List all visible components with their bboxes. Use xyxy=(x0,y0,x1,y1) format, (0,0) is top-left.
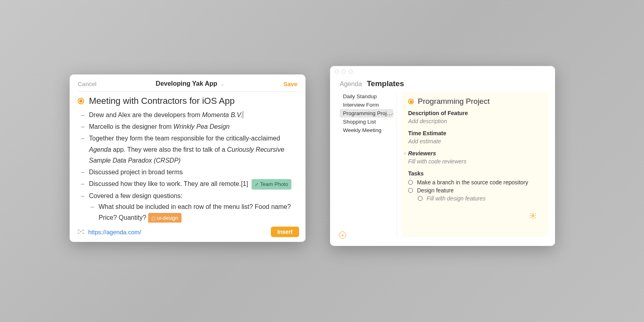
link-icon xyxy=(78,230,84,234)
status-dot-icon[interactable] xyxy=(78,98,84,104)
checkbox-icon[interactable] xyxy=(408,180,413,185)
bullet-item[interactable]: Together they form the team responsible … xyxy=(79,133,296,166)
editor-footer: https://agenda.com/ Insert xyxy=(70,223,305,242)
task-item[interactable]: Design feature xyxy=(408,186,542,194)
section-heading[interactable]: Reviewers xyxy=(408,150,542,157)
templates-main: Daily Standup Interview Form Programming… xyxy=(330,92,555,237)
template-heading-row: Programming Project xyxy=(408,97,542,106)
link-url: https://agenda.com/ xyxy=(88,229,141,235)
section-description: Description of Feature Add description xyxy=(408,110,542,124)
attachment-chip[interactable]: ⤢Team Photo xyxy=(252,179,291,190)
chevron-down-icon: ⌄ xyxy=(221,81,224,87)
template-item-selected[interactable]: Programming Proj…••• xyxy=(340,109,393,118)
template-item[interactable]: Weekly Meeting xyxy=(340,126,393,134)
add-template-button[interactable]: + xyxy=(339,231,346,239)
bullet-item[interactable]: Drew and Alex are the developers from Mo… xyxy=(79,109,296,120)
template-item[interactable]: Interview Form xyxy=(340,101,393,109)
template-item[interactable]: Shopping List xyxy=(340,118,393,126)
project-dropdown[interactable]: Developing Yak App ⌄ xyxy=(156,80,224,87)
task-item[interactable]: Fill with design features xyxy=(408,194,542,202)
bullet-item[interactable]: What should be included in each row of t… xyxy=(89,201,296,223)
tab-bar: Agenda Templates xyxy=(330,74,555,92)
cancel-button[interactable]: Cancel xyxy=(78,80,97,87)
template-title[interactable]: Programming Project xyxy=(418,97,489,106)
note-heading-row: Meeting with Contractors for iOS App xyxy=(70,92,305,109)
placeholder-text[interactable]: Add estimate xyxy=(408,138,542,144)
section-reviewers: Reviewers Fill with code reviewers xyxy=(408,150,542,165)
placeholder-text[interactable]: Fill with code reviewers xyxy=(408,158,542,165)
expand-icon: ⤢ xyxy=(255,181,258,188)
project-title: Developing Yak App xyxy=(156,80,217,87)
tag-chip[interactable]: ▢ui-design xyxy=(148,213,182,223)
tab-templates[interactable]: Templates xyxy=(367,79,404,88)
editor-toolbar: Cancel Developing Yak App ⌄ Save xyxy=(70,74,305,89)
save-button[interactable]: Save xyxy=(283,80,297,87)
tag-icon: ▢ xyxy=(151,215,155,222)
section-tasks: Tasks Make a branch in the source code r… xyxy=(408,170,542,202)
checkbox-icon[interactable] xyxy=(418,196,423,201)
status-dot-icon[interactable] xyxy=(408,99,414,104)
templates-window: Agenda Templates Daily Standup Interview… xyxy=(330,66,555,246)
insert-button[interactable]: Insert xyxy=(271,227,299,237)
template-preview: Programming Project Description of Featu… xyxy=(402,92,549,237)
more-icon[interactable]: ••• xyxy=(392,111,393,116)
window-controls xyxy=(330,66,555,74)
gear-icon[interactable] xyxy=(529,212,537,221)
tab-agenda[interactable]: Agenda xyxy=(340,80,362,88)
zoom-icon[interactable] xyxy=(349,70,353,74)
template-item[interactable]: Daily Standup xyxy=(340,92,393,101)
note-editor-window: Cancel Developing Yak App ⌄ Save Meeting… xyxy=(70,74,305,242)
templates-sidebar: Daily Standup Interview Form Programming… xyxy=(336,92,397,237)
task-item[interactable]: Make a branch in the source code reposit… xyxy=(408,178,542,186)
svg-point-0 xyxy=(532,215,534,217)
note-body[interactable]: Drew and Alex are the developers from Mo… xyxy=(70,109,305,226)
section-heading[interactable]: Time Estimate xyxy=(408,130,542,136)
section-heading[interactable]: Description of Feature xyxy=(408,110,542,116)
section-heading[interactable]: Tasks xyxy=(408,170,542,177)
bullet-item[interactable]: Covered a few design questions: What sho… xyxy=(79,190,296,223)
minimize-icon[interactable] xyxy=(342,70,346,74)
bullet-item[interactable]: Marcello is the designer from Wrinkly Pe… xyxy=(79,121,296,132)
bullet-item[interactable]: Discussed how they like to work. They ar… xyxy=(79,178,296,190)
note-title[interactable]: Meeting with Contractors for iOS App xyxy=(89,96,235,106)
section-estimate: Time Estimate Add estimate xyxy=(408,130,542,144)
close-icon[interactable] xyxy=(335,70,339,74)
checkbox-icon[interactable] xyxy=(408,188,413,193)
link-field[interactable]: https://agenda.com/ xyxy=(78,229,141,235)
bullet-item[interactable]: Discussed project in broad terms xyxy=(79,167,296,178)
placeholder-text[interactable]: Add description xyxy=(408,118,542,124)
bullet-marker-icon xyxy=(404,153,406,155)
